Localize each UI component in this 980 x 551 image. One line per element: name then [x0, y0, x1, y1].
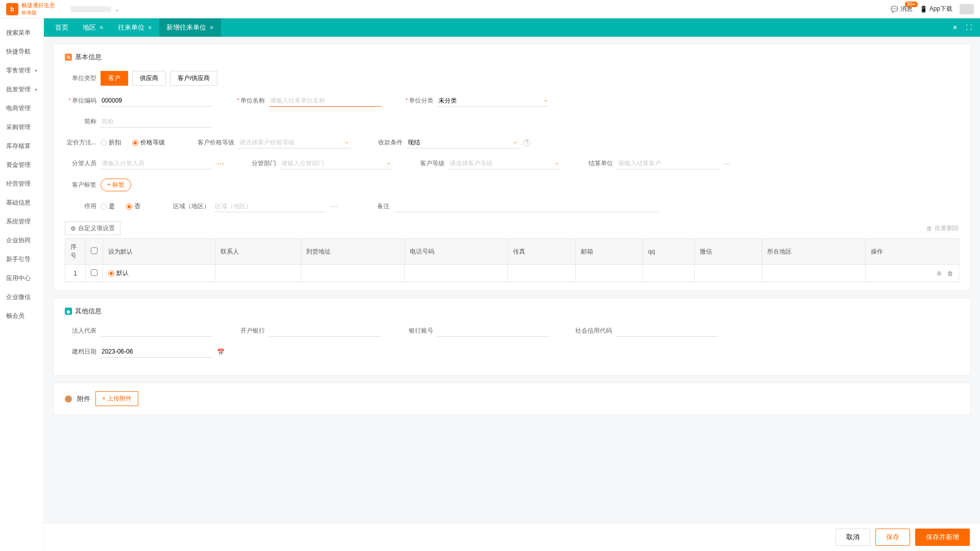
more-icon[interactable]: ⋯	[217, 160, 224, 168]
pay-terms-label: 收款条件	[371, 138, 403, 147]
settle-unit-input[interactable]	[617, 158, 719, 169]
unit-type-label: 单位类型	[65, 74, 96, 83]
cell-qq[interactable]	[643, 265, 694, 282]
messages-button[interactable]: 💬 消息 99+	[891, 5, 913, 13]
unit-type-option[interactable]: 客户	[101, 71, 128, 86]
cell-region[interactable]	[762, 265, 865, 282]
unit-code-input[interactable]	[101, 95, 213, 107]
unit-type-option[interactable]: 客户/供应商	[170, 71, 217, 86]
tab[interactable]: 新增往来单位✕	[159, 18, 221, 37]
fullscreen-icon[interactable]: ⛶	[962, 24, 976, 31]
more-icon[interactable]: ⋯	[330, 203, 337, 211]
tab-close-icon[interactable]: ✕	[148, 24, 152, 31]
section-icon: ◆	[65, 308, 72, 315]
sidebar-item-label: 经营管理	[6, 180, 31, 188]
org-selector[interactable]: ⌄	[70, 6, 119, 13]
pay-terms-select[interactable]	[407, 137, 519, 148]
sidebar-item-label: 电商管理	[6, 104, 31, 113]
delete-row-icon[interactable]: 🗑	[947, 270, 953, 277]
credit-input[interactable]	[616, 325, 718, 337]
save-button[interactable]: 保存	[875, 529, 910, 546]
cell-contact[interactable]	[215, 265, 301, 282]
add-tag-button[interactable]: + 标签	[101, 179, 131, 191]
app-download-button[interactable]: 📱 App下载	[920, 5, 952, 13]
sidebar-item[interactable]: 零售管理▾	[0, 61, 43, 80]
cell-fax[interactable]	[508, 265, 575, 282]
sidebar-item[interactable]: 库存核算	[0, 137, 43, 156]
sidebar-item[interactable]: 应用中心	[0, 269, 43, 288]
region-input[interactable]	[214, 201, 326, 212]
info-icon[interactable]: ?	[523, 139, 530, 146]
upload-attachment-button[interactable]: + 上传附件	[95, 391, 138, 406]
pricing-discount-radio[interactable]: 折扣	[101, 138, 121, 147]
cust-price-level-select[interactable]	[238, 137, 351, 148]
sidebar-item[interactable]: 搜索菜单	[0, 23, 43, 42]
tab[interactable]: 地区✕	[76, 18, 111, 37]
manager-input[interactable]	[101, 158, 213, 169]
sidebar-item-label: 新手引导	[6, 255, 31, 264]
account-input[interactable]	[437, 325, 550, 337]
sidebar-item[interactable]: 企业协同	[0, 231, 43, 250]
unit-type-option[interactable]: 供应商	[132, 71, 166, 86]
sidebar-item[interactable]: 基础信息	[0, 193, 43, 212]
calendar-icon[interactable]: 📅	[217, 348, 225, 356]
remark-input[interactable]	[394, 201, 659, 212]
contacts-table: 序号设为默认联系人到货地址电话号码传真邮箱qq微信所在地区操作 1 默认	[65, 238, 959, 282]
sidebar-item[interactable]: 新手引导	[0, 250, 43, 269]
sidebar-item[interactable]: 采购管理	[0, 118, 43, 137]
cell-address[interactable]	[301, 265, 404, 282]
add-row-icon[interactable]: ⊕	[937, 270, 942, 277]
row-default-radio[interactable]: 默认	[108, 269, 129, 278]
sidebar-item[interactable]: 经营管理	[0, 174, 43, 193]
pricing-label: 定价方法...	[65, 138, 96, 147]
cell-email[interactable]	[575, 265, 643, 282]
pricing-level-radio[interactable]: 价格等级	[132, 138, 165, 147]
table-row: 1 默认 ⊕	[65, 265, 959, 282]
sidebar-item[interactable]: 资金管理	[0, 156, 43, 174]
bank-input[interactable]	[269, 325, 381, 337]
select-all-checkbox[interactable]	[91, 247, 97, 254]
tab-close-icon[interactable]: ✕	[209, 24, 214, 31]
dept-select[interactable]	[280, 158, 393, 169]
top-header: b 畅捷通好生意 标准版 ⌄ 💬 消息 99+ 📱 App下载	[0, 0, 980, 18]
tab[interactable]: 首页	[48, 18, 76, 37]
close-all-tabs-icon[interactable]: ✕	[948, 24, 962, 31]
sidebar-item[interactable]: 系统管理	[0, 212, 43, 231]
abbr-input[interactable]	[101, 116, 213, 128]
account-label: 银行账号	[402, 327, 433, 335]
save-and-add-button[interactable]: 保存并新增	[915, 529, 970, 546]
messages-badge: 99+	[905, 2, 918, 7]
disabled-no-radio[interactable]: 否	[126, 202, 140, 211]
legal-input[interactable]	[101, 325, 213, 337]
cell-phone[interactable]	[404, 265, 508, 282]
sidebar-item-label: 批发管理	[6, 85, 31, 94]
unit-category-select[interactable]	[437, 95, 550, 107]
date-input[interactable]	[101, 346, 213, 358]
sidebar-item-label: 应用中心	[6, 274, 31, 283]
table-header: 操作	[865, 239, 959, 265]
custom-fields-button[interactable]: ⚙自定义项设置	[65, 221, 120, 235]
unit-name-input[interactable]	[269, 95, 381, 107]
cell-wechat[interactable]	[694, 265, 762, 282]
batch-delete-button[interactable]: 🗑批量删除	[926, 224, 959, 233]
cust-level-select[interactable]	[449, 158, 561, 169]
tab-close-icon[interactable]: ✕	[99, 24, 104, 31]
gear-icon: ⚙	[70, 225, 76, 232]
more-icon[interactable]: ⋯	[723, 160, 730, 168]
sidebar-item[interactable]: 快捷导航	[0, 42, 43, 61]
manager-label: 分管人员	[65, 159, 96, 168]
sidebar-item[interactable]: 企业微信	[0, 288, 43, 307]
tabbar: 首页地区✕往来单位✕新增往来单位✕ ✕ ⛶	[44, 18, 980, 37]
row-checkbox[interactable]	[91, 269, 97, 276]
sidebar-item[interactable]: 电商管理	[0, 99, 43, 118]
sidebar-item-label: 基础信息	[6, 198, 31, 207]
sidebar-item[interactable]: 批发管理▾	[0, 80, 43, 99]
cancel-button[interactable]: 取消	[836, 529, 870, 546]
tab[interactable]: 往来单位✕	[111, 18, 159, 37]
avatar[interactable]	[960, 4, 974, 14]
phone-icon: 📱	[920, 6, 927, 13]
unit-category-label: 单位分类	[409, 97, 433, 104]
disabled-yes-radio[interactable]: 是	[101, 202, 115, 211]
sidebar-item[interactable]: 畅会员	[0, 307, 43, 325]
abbr-label: 简称	[65, 117, 96, 126]
